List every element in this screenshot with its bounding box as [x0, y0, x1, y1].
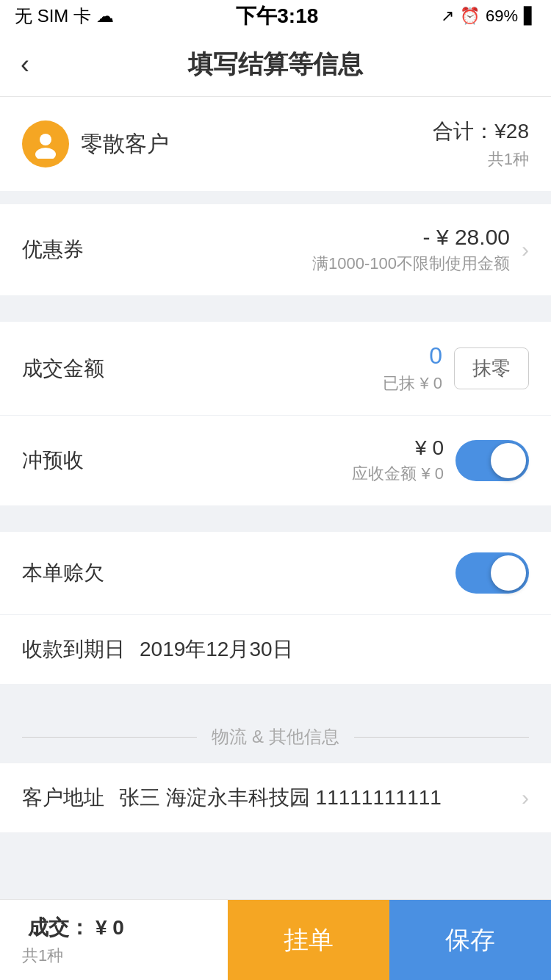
own-debt-label: 本单赊欠	[22, 559, 104, 587]
address-row[interactable]: 客户地址 张三 海淀永丰科技园 11111111111 ›	[0, 763, 551, 832]
round-off-button[interactable]: 抹零	[454, 347, 529, 389]
own-debt-right	[455, 552, 529, 594]
divider-2	[0, 519, 551, 532]
bottom-deal-label: 成交：¥ 0	[22, 914, 206, 942]
sep-line-right	[354, 737, 529, 738]
customer-info: 零散客户	[22, 120, 169, 167]
due-date-row: 收款到期日 2019年12月30日	[0, 615, 551, 684]
customer-total: 合计：¥28 共1种	[433, 118, 529, 170]
sep-line-left	[22, 737, 197, 738]
coupon-value: - ¥ 28.00 满1000-100不限制使用金额	[312, 225, 510, 275]
prepay-charge-row: 冲预收 ¥ 0 应收金额 ¥ 0	[0, 416, 551, 505]
user-icon	[31, 129, 60, 159]
coupon-discount: - ¥ 28.00	[312, 225, 510, 250]
total-amount: 合计：¥28	[433, 118, 529, 145]
charge-amount: ¥ 0	[352, 436, 444, 460]
deal-amount-value-block: 0 已抹 ¥ 0	[383, 342, 442, 394]
chevron-right-icon: ›	[522, 237, 529, 262]
deal-amount-value: 0	[383, 342, 442, 370]
charge-receivable: 应收金额 ¥ 0	[352, 463, 444, 485]
alarm-icon: ⏰	[460, 7, 480, 26]
own-debt-toggle-knob	[491, 555, 526, 591]
avatar	[22, 120, 69, 167]
status-left: 无 SIM 卡 ☁	[15, 4, 114, 28]
status-time: 下午3:18	[236, 2, 318, 30]
location-icon: ↗	[441, 7, 454, 26]
sim-label: 无 SIM 卡 ☁	[15, 4, 114, 28]
status-bar: 无 SIM 卡 ☁ 下午3:18 ↗ ⏰ 69% ▋	[0, 0, 551, 32]
hold-button[interactable]: 挂单	[228, 900, 389, 981]
status-right: ↗ ⏰ 69% ▋	[441, 7, 536, 26]
deal-amount-right: 0 已抹 ¥ 0 抹零	[383, 342, 529, 394]
due-date-label: 收款到期日	[22, 635, 125, 663]
coupon-section[interactable]: 优惠券 - ¥ 28.00 满1000-100不限制使用金额 ›	[0, 204, 551, 295]
customer-row: 零散客户 合计：¥28 共1种	[0, 97, 551, 191]
page-title: 填写结算等信息	[188, 48, 363, 82]
coupon-row[interactable]: 优惠券 - ¥ 28.00 满1000-100不限制使用金额 ›	[0, 204, 551, 295]
deal-amount-row: 成交金额 0 已抹 ¥ 0 抹零	[0, 322, 551, 416]
prepay-charge-right: ¥ 0 应收金额 ¥ 0	[352, 436, 529, 485]
deal-amount-label: 成交金额	[22, 355, 104, 383]
divider-1	[0, 309, 551, 322]
svg-point-0	[40, 134, 51, 145]
deal-amount-sub: 已抹 ¥ 0	[383, 372, 442, 394]
own-debt-section: 本单赊欠 收款到期日 2019年12月30日	[0, 532, 551, 684]
battery-icon: ▋	[524, 7, 536, 26]
prepay-toggle[interactable]	[455, 440, 529, 481]
charge-text-block: ¥ 0 应收金额 ¥ 0	[352, 436, 444, 485]
customer-section: 零散客户 合计：¥28 共1种	[0, 97, 551, 191]
logistics-label: 物流 & 其他信息	[212, 725, 339, 749]
own-debt-toggle[interactable]	[455, 552, 529, 594]
svg-point-1	[35, 148, 56, 159]
customer-name: 零散客户	[81, 129, 169, 159]
coupon-desc: 满1000-100不限制使用金额	[312, 253, 510, 275]
address-section[interactable]: 客户地址 张三 海淀永丰科技园 11111111111 ›	[0, 763, 551, 832]
total-count: 共1种	[433, 148, 529, 170]
address-chevron-icon: ›	[522, 785, 529, 810]
toggle-knob	[491, 443, 526, 478]
own-debt-row: 本单赊欠	[0, 532, 551, 615]
bottom-bar: 成交：¥ 0 共1种 挂单 保存	[0, 899, 551, 980]
coupon-right: - ¥ 28.00 满1000-100不限制使用金额 ›	[312, 225, 529, 275]
address-value: 张三 海淀永丰科技园 11111111111	[119, 784, 507, 812]
logistics-separator: 物流 & 其他信息	[0, 710, 551, 763]
deal-text: 成交：	[28, 916, 90, 939]
nav-bar: ‹ 填写结算等信息	[0, 32, 551, 97]
deal-section: 成交金额 0 已抹 ¥ 0 抹零 冲预收 ¥ 0 应收金额 ¥ 0	[0, 322, 551, 505]
back-button[interactable]: ‹	[21, 49, 29, 80]
bottom-left: 成交：¥ 0 共1种	[0, 914, 228, 967]
address-label: 客户地址	[22, 784, 104, 812]
coupon-label: 优惠券	[22, 236, 84, 264]
due-date-value: 2019年12月30日	[140, 635, 293, 663]
prepay-charge-label: 冲预收	[22, 447, 84, 475]
bottom-count: 共1种	[22, 945, 206, 967]
divider-3	[0, 697, 551, 710]
deal-value: ¥ 0	[96, 916, 124, 939]
battery-label: 69%	[486, 7, 518, 26]
save-button[interactable]: 保存	[389, 900, 551, 981]
